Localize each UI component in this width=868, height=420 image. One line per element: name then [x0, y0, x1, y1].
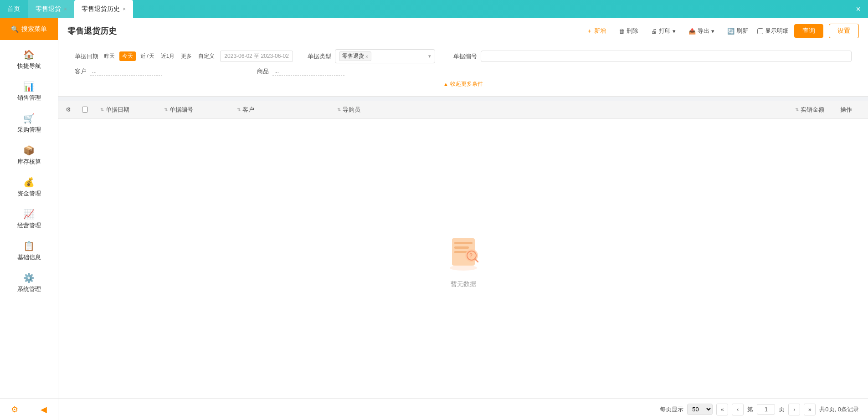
refresh-icon: 🔄 [727, 28, 734, 35]
sidebar-item-operation[interactable]: 📈 经营管理 [0, 203, 58, 235]
inventory-icon: 📦 [23, 145, 35, 156]
sidebar-item-finance[interactable]: 💰 资金管理 [0, 171, 58, 203]
query-label: 查询 [802, 27, 815, 34]
last-page-button[interactable]: » [804, 404, 816, 415]
date-opt-custom[interactable]: 自定义 [196, 51, 216, 61]
sidebar-item-quick-nav[interactable]: 🏠 快捷导航 [0, 44, 58, 76]
table-area: ⚙ ⇅ 单据日期 ⇅ 单据编号 ⇅ 客户 ⇅ [58, 101, 868, 398]
refresh-button[interactable]: 🔄 刷新 [724, 25, 752, 37]
date-options: 昨天 今天 近7天 近1月 更多 自定义 [102, 51, 216, 61]
svg-rect-2 [454, 242, 473, 244]
print-button[interactable]: 🖨 打印 ▾ [647, 25, 679, 37]
export-label: 导出 [698, 27, 709, 35]
th-date: ⇅ 单据日期 [97, 106, 160, 114]
sales-icon: 📊 [23, 81, 35, 92]
sort-customer-icon[interactable]: ⇅ [237, 108, 241, 112]
date-opt-7days[interactable]: 近7天 [139, 51, 156, 61]
search-icon: 🔍 [11, 26, 19, 33]
sidebar-item-label-basic-info: 基础信息 [17, 253, 41, 261]
query-button[interactable]: 查询 [794, 24, 823, 38]
filter-row-2: 客户 商品 [67, 65, 859, 77]
date-filter-label: 单据日期 [75, 52, 98, 61]
export-button[interactable]: 📤 导出 ▾ [685, 25, 718, 37]
refresh-label: 刷新 [736, 27, 748, 35]
date-opt-today[interactable]: 今天 [119, 51, 136, 61]
basic-info-icon: 📋 [23, 241, 35, 251]
th-number: ⇅ 单据编号 [160, 106, 233, 114]
sort-number-icon[interactable]: ⇅ [164, 108, 168, 112]
settings-bottom-icon[interactable]: ⚙ [11, 405, 18, 415]
expand-icon[interactable]: ◀ [41, 405, 47, 415]
operation-icon: 📈 [23, 209, 35, 220]
table-settings-icon[interactable]: ⚙ [66, 106, 71, 113]
page-title-row: 零售退货历史 ＋ 新增 🗑 删除 🖨 打印 ▾ [67, 24, 859, 38]
sidebar-item-system[interactable]: ⚙️ 系统管理 [0, 267, 58, 299]
goods-filter-label: 商品 [257, 67, 269, 76]
per-page-label: 每页显示 [660, 405, 683, 414]
sidebar-item-label-sales: 销售管理 [17, 94, 41, 102]
number-input[interactable] [481, 51, 852, 62]
customer-input[interactable] [90, 67, 162, 76]
new-button[interactable]: ＋ 新增 [583, 25, 610, 37]
type-filter-label: 单据类型 [308, 52, 331, 61]
sidebar: 🔍 搜索菜单 🏠 快捷导航 📊 销售管理 🛒 采购管理 📦 库存核算 💰 [0, 18, 58, 420]
sort-amount-icon[interactable]: ⇅ [795, 108, 799, 112]
type-select[interactable]: 零售退货 × ▾ [335, 49, 435, 63]
th-number-label: 单据编号 [169, 106, 193, 114]
date-opt-1month[interactable]: 近1月 [159, 51, 177, 61]
th-op-label: 操作 [840, 106, 852, 114]
sidebar-item-inventory[interactable]: 📦 库存核算 [0, 139, 58, 171]
first-page-button[interactable]: « [716, 404, 728, 415]
collapse-up-icon: ▲ [443, 81, 449, 87]
date-opt-more[interactable]: 更多 [179, 51, 194, 61]
empty-illustration: ? [441, 229, 486, 275]
remove-type-tag[interactable]: × [365, 54, 368, 59]
display-checkbox[interactable] [757, 28, 763, 34]
print-label: 打印 [659, 27, 671, 35]
tab-retail-return[interactable]: 零售退货 × [28, 0, 74, 18]
sidebar-item-sales[interactable]: 📊 销售管理 [0, 76, 58, 108]
toolbar: ＋ 新增 🗑 删除 🖨 打印 ▾ 📤 [583, 24, 859, 38]
tab-home-label: 首页 [7, 5, 20, 13]
page-header: 零售退货历史 ＋ 新增 🗑 删除 🖨 打印 ▾ [58, 18, 868, 97]
tab-retail-return-close[interactable]: × [64, 6, 67, 12]
empty-text: 暂无数据 [451, 280, 476, 288]
delete-icon: 🗑 [619, 28, 625, 35]
top-bar: 首页 零售退货 × 零售退货历史 × × [0, 0, 868, 18]
close-window-button[interactable]: × [856, 5, 861, 14]
selected-type-label: 零售退货 [342, 52, 364, 60]
select-all-checkbox[interactable] [82, 107, 88, 113]
prev-page-button[interactable]: ‹ [732, 404, 744, 415]
tab-retail-return-history-close[interactable]: × [123, 6, 126, 12]
th-date-label: 单据日期 [106, 106, 129, 114]
sort-date-icon[interactable]: ⇅ [100, 108, 104, 112]
page-input[interactable] [757, 404, 775, 415]
tab-retail-return-history[interactable]: 零售退货历史 × [74, 0, 133, 18]
sidebar-nav: 🏠 快捷导航 📊 销售管理 🛒 采购管理 📦 库存核算 💰 资金管理 📈 [0, 40, 58, 398]
th-customer-label: 客户 [242, 106, 254, 114]
th-settings[interactable]: ⚙ [62, 106, 78, 113]
search-menu-button[interactable]: 🔍 搜索菜单 [0, 18, 58, 40]
delete-button[interactable]: 🗑 删除 [615, 25, 642, 37]
filter-row-1: 单据日期 昨天 今天 近7天 近1月 更多 自定义 2023-06-02 至 2… [67, 47, 859, 65]
next-page-button[interactable]: › [788, 404, 800, 415]
sort-guide-icon[interactable]: ⇅ [337, 108, 341, 112]
print-chevron-icon: ▾ [673, 28, 676, 35]
th-guide: ⇅ 导购员 [334, 106, 773, 114]
th-guide-label: 导购员 [343, 106, 360, 114]
th-op: 操作 [828, 106, 864, 114]
date-opt-yesterday[interactable]: 昨天 [102, 51, 117, 61]
sidebar-item-purchase[interactable]: 🛒 采购管理 [0, 108, 58, 139]
date-range-display[interactable]: 2023-06-02 至 2023-06-02 [220, 51, 293, 62]
goods-input[interactable] [272, 67, 344, 76]
collapse-button[interactable]: ▲ 收起更多条件 [443, 78, 483, 92]
page-unit-label: 页 [779, 405, 785, 414]
per-page-select[interactable]: 50 20 100 [687, 404, 713, 415]
tab-home[interactable]: 首页 [0, 0, 27, 18]
type-chevron-icon: ▾ [428, 53, 431, 59]
settings-button[interactable]: 设置 [829, 24, 859, 38]
th-amount: ⇅ 实销金额 [773, 106, 828, 114]
main-layout: 🔍 搜索菜单 🏠 快捷导航 📊 销售管理 🛒 采购管理 📦 库存核算 💰 [0, 18, 868, 420]
sidebar-item-basic-info[interactable]: 📋 基础信息 [0, 235, 58, 267]
total-info: 共0页, 0条记录 [819, 405, 859, 414]
